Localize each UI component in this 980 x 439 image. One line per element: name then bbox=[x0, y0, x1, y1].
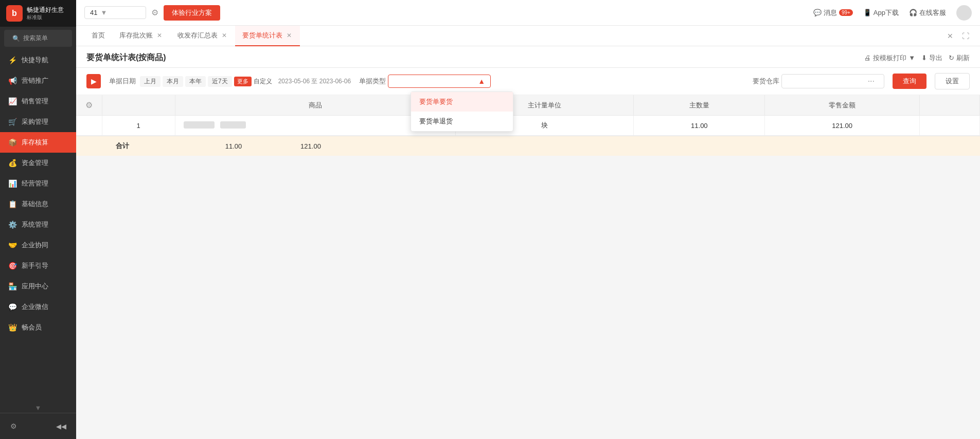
tab-order-stats-close[interactable]: ✕ bbox=[286, 31, 293, 40]
type-dropdown: 要货单要货 要货单退货 bbox=[411, 92, 513, 132]
sidebar-item-label: 新手引导 bbox=[22, 261, 48, 270]
topbar-left: 41 ▼ ⚙ 体验行业方案 bbox=[84, 5, 220, 21]
refresh-label: 刷新 bbox=[956, 53, 970, 63]
quick-nav-icon: ⚡ bbox=[7, 55, 17, 65]
tab-receive-summary-label: 收发存汇总表 bbox=[177, 31, 218, 40]
topbar-settings-icon[interactable]: ⚙ bbox=[151, 8, 158, 17]
page-header-actions: 🖨 按模板打印 ▼ ⬇ 导出 ↻ 刷新 bbox=[864, 53, 970, 63]
sidebar-nav: ⚡ 快捷导航 📢 营销推广 📈 销售管理 🛒 采购管理 📦 库存核算 💰 资金管… bbox=[0, 50, 76, 403]
refresh-icon: ↻ bbox=[949, 54, 954, 62]
warehouse-filter-input[interactable]: ··· bbox=[781, 74, 884, 88]
date-shortcut-more[interactable]: 更多 bbox=[234, 77, 252, 86]
date-shortcut-custom[interactable]: 自定义 bbox=[254, 77, 272, 86]
warehouse-filter-value bbox=[787, 78, 789, 85]
tab-receive-summary-close[interactable]: ✕ bbox=[221, 31, 228, 40]
tabs-expand-btn[interactable]: ⛶ bbox=[959, 30, 972, 42]
tabs-close-all-btn[interactable]: ✕ bbox=[944, 30, 956, 42]
trial-button[interactable]: 体验行业方案 bbox=[164, 5, 220, 21]
type-filter-select[interactable]: ▲ bbox=[388, 75, 491, 88]
refresh-btn[interactable]: ↻ 刷新 bbox=[949, 53, 970, 63]
system-icon: ⚙️ bbox=[7, 220, 17, 230]
table-footer: 合计 11.00 121.00 bbox=[76, 136, 980, 156]
marketing-icon: 📢 bbox=[7, 76, 17, 86]
sidebar-item-wechat[interactable]: 💬 企业微信 bbox=[0, 297, 76, 317]
tab-receive-summary[interactable]: 收发存汇总表 ✕ bbox=[170, 26, 235, 46]
logo-icon: b bbox=[6, 5, 23, 22]
sidebar-item-label: 经营管理 bbox=[22, 179, 48, 188]
date-shortcut-7-days[interactable]: 近7天 bbox=[208, 76, 232, 87]
settings-button[interactable]: 设置 bbox=[935, 73, 970, 89]
col-settings-icon[interactable]: ⚙ bbox=[85, 101, 93, 109]
date-shortcuts: 上月 本月 本年 近7天 更多 自定义 bbox=[140, 76, 272, 87]
summary-amount: 121.00 bbox=[280, 142, 342, 150]
guide-icon: 🎯 bbox=[7, 261, 17, 271]
service-icon: 🎧 bbox=[909, 9, 917, 16]
col-settings: ⚙ bbox=[76, 95, 102, 116]
type-filter-group: 单据类型 ▲ bbox=[359, 75, 491, 88]
query-button[interactable]: 查询 bbox=[893, 74, 926, 89]
sidebar-item-operations[interactable]: 📊 经营管理 bbox=[0, 173, 76, 194]
store-name: 41 bbox=[90, 9, 97, 16]
store-selector[interactable]: 41 ▼ bbox=[84, 6, 146, 19]
sidebar-item-label: 快捷导航 bbox=[22, 56, 48, 65]
tab-order-stats[interactable]: 要货单统计表 ✕ bbox=[235, 26, 300, 46]
sidebar-item-system[interactable]: ⚙️ 系统管理 bbox=[0, 214, 76, 235]
app-download-btn[interactable]: 📱 App下载 bbox=[863, 8, 899, 17]
sidebar-item-label: 销售管理 bbox=[22, 97, 48, 106]
user-avatar[interactable] bbox=[956, 5, 972, 21]
sidebar-item-marketing[interactable]: 📢 营销推广 bbox=[0, 70, 76, 91]
sidebar-search[interactable]: 🔍 搜索菜单 bbox=[4, 30, 72, 47]
tabs-bar: 首页 库存批次账 ✕ 收发存汇总表 ✕ 要货单统计表 ✕ ✕ ⛶ bbox=[76, 26, 980, 46]
sales-icon: 📈 bbox=[7, 96, 17, 106]
export-btn[interactable]: ⬇ 导出 bbox=[921, 53, 942, 63]
sidebar-scroll-arrow[interactable]: ▼ bbox=[0, 403, 76, 413]
dropdown-item-order-return[interactable]: 要货单退货 bbox=[411, 112, 513, 131]
date-shortcut-this-month[interactable]: 本月 bbox=[163, 76, 183, 87]
date-filter-label: 单据日期 bbox=[109, 77, 136, 86]
tab-home[interactable]: 首页 bbox=[84, 26, 112, 46]
table-body: 1 块 11.00 121.00 bbox=[76, 116, 980, 136]
type-filter-value bbox=[394, 78, 396, 85]
sidebar-item-inventory[interactable]: 📦 库存核算 bbox=[0, 132, 76, 153]
col-extra bbox=[920, 95, 980, 116]
sidebar-item-app-center[interactable]: 🏪 应用中心 bbox=[0, 276, 76, 297]
date-shortcut-last-month[interactable]: 上月 bbox=[140, 76, 161, 87]
sidebar-logo: b 畅捷通好生意 标准版 bbox=[0, 0, 76, 27]
messages-btn[interactable]: 💬 消息 99+ bbox=[813, 8, 853, 17]
sidebar-item-basic[interactable]: 📋 基础信息 bbox=[0, 194, 76, 214]
tab-batch-stock-close[interactable]: ✕ bbox=[156, 31, 163, 40]
sidebar-item-enterprise[interactable]: 🤝 企业协同 bbox=[0, 235, 76, 255]
filter-expand-btn[interactable]: ▶ bbox=[86, 74, 101, 88]
col-quantity: 主数量 bbox=[634, 95, 765, 116]
finance-icon: 💰 bbox=[7, 158, 17, 168]
sidebar-item-label: 资金管理 bbox=[22, 158, 48, 168]
col-row-num bbox=[102, 95, 175, 116]
logo-sub: 标准版 bbox=[27, 14, 64, 21]
summary-label: 合计 bbox=[84, 141, 187, 151]
type-filter-arrow: ▲ bbox=[478, 77, 485, 85]
sidebar-item-label: 企业微信 bbox=[22, 302, 48, 312]
tab-batch-stock[interactable]: 库存批次账 ✕ bbox=[112, 26, 170, 46]
sidebar-collapse-btn[interactable]: ◀◀ bbox=[54, 418, 69, 434]
sidebar-item-label: 畅会员 bbox=[22, 323, 42, 332]
sidebar-item-quick-nav[interactable]: ⚡ 快捷导航 bbox=[0, 50, 76, 70]
warehouse-more-icon[interactable]: ··· bbox=[868, 77, 875, 86]
sidebar-item-label: 企业协同 bbox=[22, 241, 48, 250]
online-service-btn[interactable]: 🎧 在线客服 bbox=[909, 8, 946, 17]
sidebar-settings-btn[interactable]: ⚙ bbox=[7, 420, 20, 432]
enterprise-icon: 🤝 bbox=[7, 240, 17, 250]
sidebar-item-finance[interactable]: 💰 资金管理 bbox=[0, 153, 76, 173]
sidebar-item-sales[interactable]: 📈 销售管理 bbox=[0, 91, 76, 112]
date-shortcut-this-year[interactable]: 本年 bbox=[185, 76, 206, 87]
wechat-icon: 💬 bbox=[7, 302, 17, 312]
sidebar-item-guide[interactable]: 🎯 新手引导 bbox=[0, 255, 76, 276]
sidebar-item-member[interactable]: 👑 畅会员 bbox=[0, 317, 76, 338]
messages-label: 消息 bbox=[824, 8, 837, 17]
dropdown-item-order-incoming[interactable]: 要货单要货 bbox=[411, 92, 513, 112]
topbar: 41 ▼ ⚙ 体验行业方案 💬 消息 99+ 📱 App下载 🎧 在线客服 bbox=[76, 0, 980, 26]
sidebar-item-purchase[interactable]: 🛒 采购管理 bbox=[0, 112, 76, 132]
print-template-btn[interactable]: 🖨 按模板打印 ▼ bbox=[864, 53, 915, 63]
row-amount-cell: 121.00 bbox=[765, 116, 920, 136]
summary-quantity: 11.00 bbox=[187, 142, 280, 150]
tab-home-label: 首页 bbox=[92, 31, 105, 40]
